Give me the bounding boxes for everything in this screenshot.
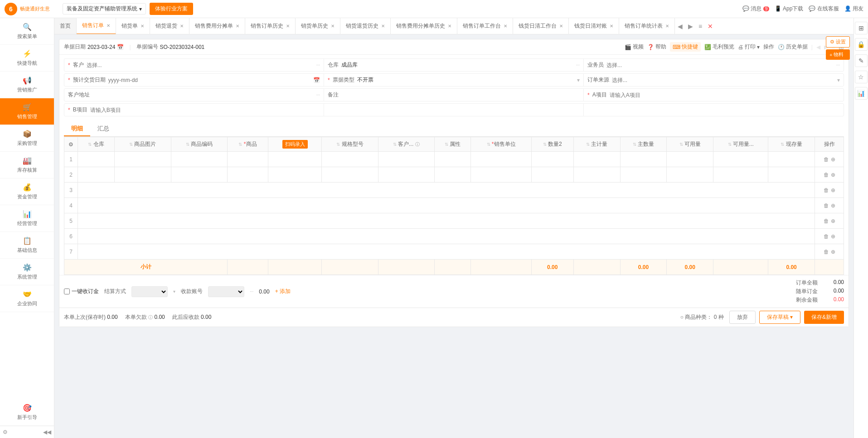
row-1-qty2[interactable]	[531, 152, 573, 167]
copy-icon-2[interactable]: ⊕	[831, 172, 835, 178]
online-service[interactable]: 💬 在线客服	[809, 5, 839, 13]
app-download[interactable]: 📱 App下载	[775, 5, 803, 13]
copy-icon-7[interactable]: ⊕	[831, 249, 835, 255]
copy-icon[interactable]: ⊕	[831, 156, 835, 163]
tab-sales-refund-history[interactable]: 销货退货历史 ✕	[340, 18, 391, 34]
tab-close-cash-account[interactable]: ✕	[610, 24, 613, 29]
discard-btn[interactable]: 放弃	[729, 311, 756, 324]
tab-sales-return[interactable]: 销货单 ✕	[116, 18, 150, 34]
save-new-btn[interactable]: 保存&新增	[804, 311, 844, 324]
b-project-input[interactable]	[90, 107, 320, 113]
row-2-main-unit[interactable]	[573, 167, 620, 183]
receipt-select[interactable]	[208, 286, 244, 297]
tab-close-order-stats[interactable]: ✕	[665, 24, 669, 29]
sidebar-item-system[interactable]: ⚙️ 系统管理	[0, 259, 54, 285]
row-1-available2[interactable]	[713, 152, 768, 167]
sidebar-item-quicknav[interactable]: ⚡ 快捷导航	[0, 45, 54, 72]
calendar-icon[interactable]: 📅	[117, 44, 124, 50]
tab-close-sales-order[interactable]: ✕	[107, 23, 110, 28]
oper-btn[interactable]: 操作	[763, 43, 774, 51]
row-2-qty2[interactable]	[531, 167, 573, 183]
save-draft-chevron-icon[interactable]: ▾	[790, 314, 793, 320]
checkout-checkbox-label[interactable]: 一键收订金	[64, 288, 99, 295]
row-2-available[interactable]	[667, 167, 713, 183]
settings-icon[interactable]: ⚙	[3, 429, 8, 435]
sidebar-item-finance[interactable]: 💰 资金管理	[0, 178, 54, 205]
delete-icon-2[interactable]: 🗑	[824, 172, 829, 178]
right-panel-icon-2[interactable]: 🔒	[855, 38, 868, 51]
delivery-input[interactable]	[108, 77, 310, 83]
copy-icon-3[interactable]: ⊕	[831, 187, 835, 193]
delete-icon-5[interactable]: 🗑	[824, 218, 829, 224]
warehouse-more-icon[interactable]: ···	[576, 63, 580, 67]
customer-code-info-icon[interactable]: ⓘ	[415, 142, 420, 147]
row-1-product[interactable]	[228, 152, 268, 167]
save-draft-btn[interactable]: 保存草稿 ▾	[759, 311, 800, 324]
user-avatar[interactable]: 👤 用友	[844, 5, 863, 13]
customer-more-icon[interactable]: ···	[316, 63, 320, 67]
tab-close-expense-history[interactable]: ✕	[448, 24, 451, 29]
address-input[interactable]	[92, 92, 314, 98]
shortcut-btn[interactable]: ⌨ 快捷键	[670, 42, 701, 52]
tab-sales-return-history[interactable]: 销货单历史 ✕	[296, 18, 340, 34]
row-2-customer-code[interactable]	[378, 167, 434, 183]
profit-btn[interactable]: 💹 毛利预览	[704, 43, 734, 51]
help-btn[interactable]: ❓ 帮助	[647, 43, 666, 51]
add-material-btn[interactable]: + 物料	[826, 49, 850, 60]
tab-sales-order[interactable]: 销售订单 ✕	[77, 18, 116, 34]
tab-sales-order-history[interactable]: 销售订单历史 ✕	[245, 18, 296, 34]
copy-icon-6[interactable]: ⊕	[831, 233, 835, 240]
copy-icon-5[interactable]: ⊕	[831, 218, 835, 224]
row-1-spec[interactable]	[322, 152, 378, 167]
tab-close-sales-expense[interactable]: ✕	[236, 24, 239, 29]
pay-method-more-icon[interactable]: ▾	[173, 289, 175, 294]
tab-cash-account[interactable]: 钱货日清对账 ✕	[569, 18, 619, 34]
scan-input-btn[interactable]: 扫码录入	[282, 140, 308, 149]
tab-close-return-history[interactable]: ✕	[331, 24, 335, 29]
collapse-icon[interactable]: ◀◀	[43, 429, 51, 435]
row-1-image[interactable]	[114, 152, 171, 167]
row-1-customer-code[interactable]	[378, 152, 434, 167]
tab-close-refund-history[interactable]: ✕	[381, 24, 385, 29]
checkout-checkbox[interactable]	[64, 289, 70, 294]
current-info-icon[interactable]: ⓘ	[148, 315, 153, 320]
sidebar-item-collab[interactable]: 🤝 企业协同	[0, 285, 54, 312]
tab-home[interactable]: 首页	[54, 18, 77, 34]
row-1-attribute[interactable]	[434, 152, 471, 167]
staff-more-icon[interactable]: ···	[836, 63, 840, 67]
table-scroll[interactable]: ⚙ ⇅ 仓库 ⇅ 商品图片	[64, 137, 844, 275]
delete-icon[interactable]: 🗑	[824, 156, 829, 163]
tab-menu-btn[interactable]: ≡	[696, 23, 705, 30]
a-project-input[interactable]	[610, 92, 840, 98]
order-source-chevron-icon[interactable]: ▾	[837, 77, 840, 83]
tab-prev-btn[interactable]: ◀	[675, 23, 685, 30]
right-panel-icon-3[interactable]: ✎	[855, 54, 868, 67]
tab-close-cash-workbench[interactable]: ✕	[559, 24, 563, 29]
address-more-icon[interactable]: ···	[316, 92, 320, 97]
order-source-input[interactable]	[612, 77, 834, 83]
right-panel-icon-4[interactable]: ☆	[855, 71, 868, 83]
history-btn[interactable]: 🕐 历史单据	[778, 43, 808, 51]
row-2-stock[interactable]	[768, 167, 815, 183]
row-2-image[interactable]	[114, 167, 171, 183]
remark-input[interactable]	[341, 92, 580, 98]
row-2-unit[interactable]	[471, 167, 531, 183]
tab-order-stats[interactable]: 销售订单统计表 ✕	[619, 18, 675, 34]
sidebar-item-inventory[interactable]: 🏭 库存核算	[0, 152, 54, 178]
sidebar-item-operations[interactable]: 📊 经营管理	[0, 205, 54, 232]
system-title[interactable]: 装备及固定资产辅助管理系统 ▾	[63, 3, 146, 14]
row-2-product[interactable]	[228, 167, 268, 183]
detail-tab-mingxi[interactable]: 明细	[64, 122, 90, 136]
row-1-available[interactable]	[667, 152, 713, 167]
print-btn[interactable]: 🖨 打印 ▾	[738, 43, 760, 51]
tab-next-btn[interactable]: ▶	[685, 23, 696, 30]
tab-order-workbench[interactable]: 销售订单工作台 ✕	[457, 18, 513, 34]
tab-close-order-workbench[interactable]: ✕	[504, 24, 507, 29]
sidebar-item-purchase[interactable]: 📦 采购管理	[0, 125, 54, 152]
row-1-warehouse[interactable]	[78, 152, 115, 167]
row-1-unit[interactable]	[471, 152, 531, 167]
tab-close-sales-return[interactable]: ✕	[141, 24, 144, 29]
invoice-chevron-icon[interactable]: ▾	[577, 77, 580, 83]
sidebar-item-sales[interactable]: 🛒 销售管理	[0, 98, 54, 125]
sidebar-item-search[interactable]: 🔍 搜索菜单	[0, 18, 54, 45]
